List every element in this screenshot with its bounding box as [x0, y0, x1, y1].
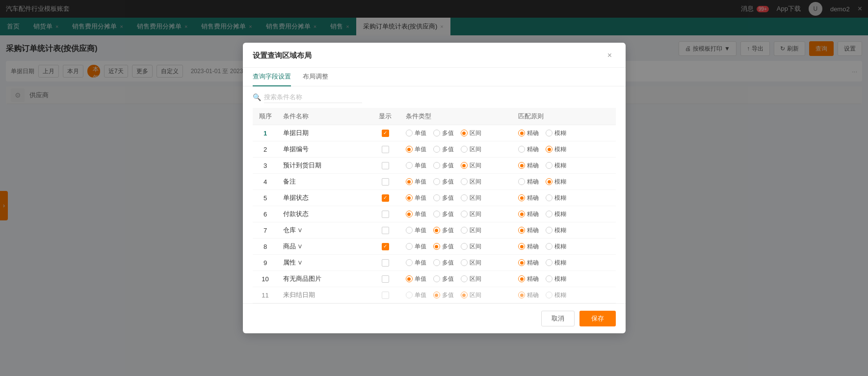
- match-radio-item[interactable]: 模糊: [546, 145, 566, 154]
- type-radio-item[interactable]: 区间: [461, 145, 481, 154]
- match-radio-item[interactable]: 模糊: [546, 291, 566, 299]
- cell-display[interactable]: [370, 174, 401, 190]
- type-radio-item[interactable]: 多值: [433, 242, 454, 251]
- type-radio-item[interactable]: 多值: [433, 210, 454, 218]
- match-radio-item[interactable]: 精确: [518, 242, 539, 251]
- type-radio-item[interactable]: 多值: [433, 275, 454, 283]
- match-radio-item[interactable]: 精确: [518, 194, 539, 202]
- type-radio-item[interactable]: 区间: [461, 210, 481, 218]
- display-checkbox[interactable]: [382, 292, 389, 299]
- type-radio-item[interactable]: 区间: [461, 291, 481, 299]
- radio-label: 区间: [470, 129, 481, 137]
- match-radio-item[interactable]: 精确: [518, 291, 539, 299]
- cell-display[interactable]: [370, 190, 401, 206]
- cell-display[interactable]: [370, 287, 401, 303]
- cell-display[interactable]: [370, 158, 401, 174]
- type-radio-item[interactable]: 区间: [461, 226, 481, 235]
- type-radio-item[interactable]: 单值: [406, 145, 426, 154]
- display-checkbox[interactable]: [382, 275, 389, 283]
- cell-display[interactable]: [370, 239, 401, 255]
- type-radio-item[interactable]: 单值: [406, 178, 426, 186]
- modal-tab-layout[interactable]: 布局调整: [303, 68, 328, 86]
- type-radio-item[interactable]: 单值: [406, 291, 426, 299]
- type-radio-item[interactable]: 区间: [461, 259, 481, 267]
- cell-display[interactable]: [370, 206, 401, 222]
- type-radio-item[interactable]: 单值: [406, 275, 426, 283]
- match-radio-item[interactable]: 精确: [518, 210, 539, 218]
- cell-type: 单值多值区间: [401, 141, 513, 158]
- display-checkbox[interactable]: [382, 243, 389, 250]
- match-radio-item[interactable]: 精确: [518, 129, 539, 137]
- display-checkbox[interactable]: [382, 162, 389, 169]
- radio-circle-icon: [433, 211, 440, 217]
- type-radio-item[interactable]: 单值: [406, 129, 426, 137]
- radio-label: 单值: [415, 242, 426, 251]
- match-radio-item[interactable]: 精确: [518, 226, 539, 235]
- type-radio-group: 单值多值区间: [406, 259, 508, 267]
- match-radio-item[interactable]: 模糊: [546, 259, 566, 267]
- match-radio-item[interactable]: 模糊: [546, 226, 566, 235]
- modal-close-button[interactable]: ×: [604, 50, 616, 61]
- type-radio-item[interactable]: 多值: [433, 259, 454, 267]
- match-radio-item[interactable]: 模糊: [546, 161, 566, 170]
- type-radio-item[interactable]: 单值: [406, 259, 426, 267]
- cancel-button[interactable]: 取消: [541, 311, 575, 326]
- radio-circle-icon: [546, 194, 552, 201]
- radio-label: 多值: [442, 194, 454, 202]
- display-checkbox[interactable]: [382, 227, 389, 234]
- modal-search-input[interactable]: [264, 91, 362, 103]
- match-radio-item[interactable]: 模糊: [546, 242, 566, 251]
- modal-table-wrap: 顺序 条件名称 显示 条件类型 匹配原则 1单据日期单值多值区间精确模糊2单据编…: [243, 108, 626, 303]
- match-radio-item[interactable]: 精确: [518, 161, 539, 170]
- display-checkbox[interactable]: [382, 178, 389, 186]
- cell-display[interactable]: [370, 125, 401, 141]
- type-radio-item[interactable]: 多值: [433, 291, 454, 299]
- display-checkbox[interactable]: [382, 130, 389, 137]
- match-radio-item[interactable]: 精确: [518, 275, 539, 283]
- cell-match: 精确模糊: [513, 190, 615, 206]
- type-radio-item[interactable]: 单值: [406, 210, 426, 218]
- cell-display[interactable]: [370, 271, 401, 287]
- modal-tab-query-fields[interactable]: 查询字段设置: [253, 68, 291, 86]
- type-radio-item[interactable]: 单值: [406, 194, 426, 202]
- display-checkbox[interactable]: [382, 194, 389, 202]
- cell-match: 精确模糊: [513, 206, 615, 222]
- type-radio-item[interactable]: 多值: [433, 161, 454, 170]
- match-radio-item[interactable]: 模糊: [546, 275, 566, 283]
- display-checkbox[interactable]: [382, 146, 389, 153]
- save-button[interactable]: 保存: [579, 311, 616, 326]
- type-radio-item[interactable]: 多值: [433, 145, 454, 154]
- radio-circle-icon: [461, 275, 468, 282]
- type-radio-item[interactable]: 多值: [433, 129, 454, 137]
- type-radio-item[interactable]: 区间: [461, 161, 481, 170]
- type-radio-item[interactable]: 区间: [461, 129, 481, 137]
- radio-circle-icon: [518, 211, 525, 217]
- radio-circle-icon: [433, 178, 440, 185]
- type-radio-item[interactable]: 区间: [461, 242, 481, 251]
- match-radio-item[interactable]: 精确: [518, 178, 539, 186]
- type-radio-item[interactable]: 区间: [461, 178, 481, 186]
- type-radio-item[interactable]: 多值: [433, 178, 454, 186]
- type-radio-item[interactable]: 多值: [433, 194, 454, 202]
- cell-order: 5: [253, 190, 278, 206]
- match-radio-item[interactable]: 精确: [518, 259, 539, 267]
- type-radio-item[interactable]: 单值: [406, 242, 426, 251]
- radio-label: 模糊: [554, 145, 566, 154]
- type-radio-item[interactable]: 区间: [461, 194, 481, 202]
- display-checkbox[interactable]: [382, 259, 389, 267]
- cell-display[interactable]: [370, 141, 401, 158]
- match-radio-item[interactable]: 模糊: [546, 210, 566, 218]
- cell-display[interactable]: [370, 255, 401, 271]
- display-checkbox[interactable]: [382, 211, 389, 218]
- match-radio-item[interactable]: 模糊: [546, 129, 566, 137]
- match-radio-item[interactable]: 模糊: [546, 194, 566, 202]
- radio-circle-icon: [406, 292, 413, 298]
- type-radio-item[interactable]: 区间: [461, 275, 481, 283]
- type-radio-item[interactable]: 多值: [433, 226, 454, 235]
- match-radio-item[interactable]: 精确: [518, 145, 539, 154]
- table-row: 6付款状态单值多值区间精确模糊: [253, 206, 616, 222]
- match-radio-item[interactable]: 模糊: [546, 178, 566, 186]
- cell-display[interactable]: [370, 222, 401, 239]
- type-radio-item[interactable]: 单值: [406, 226, 426, 235]
- type-radio-item[interactable]: 单值: [406, 161, 426, 170]
